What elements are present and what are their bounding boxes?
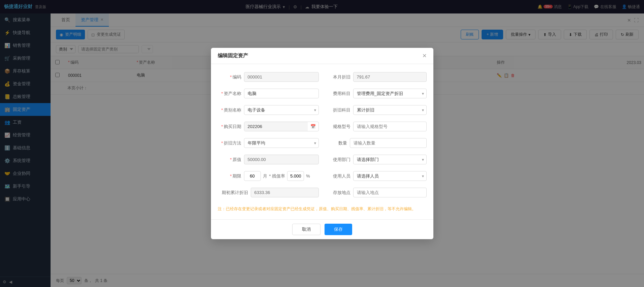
modal-note: 注：已经存在变更记录或者对应固定资产已经生成凭证，原值、购买日期、残值率、累计折… bbox=[218, 204, 427, 214]
modal-overlay[interactable]: 编辑固定资产 ✕ 编码 本月折旧 资产名称 bbox=[0, 0, 644, 287]
modal-close-btn[interactable]: ✕ bbox=[422, 53, 427, 59]
depreciation-subject-select[interactable]: 累计折旧 bbox=[353, 105, 427, 115]
form-row-asset-name: 资产名称 bbox=[218, 89, 319, 98]
purchase-date-label: 购买日期 bbox=[218, 124, 241, 130]
spec-model-input[interactable] bbox=[353, 122, 427, 131]
expense-subject-select[interactable]: 管理费用_固定资产折旧 bbox=[353, 89, 427, 98]
form-row-depreciation-subject: 折旧科目 累计折旧 bbox=[327, 105, 427, 115]
form-row-code: 编码 bbox=[218, 72, 319, 82]
storage-location-input[interactable] bbox=[353, 188, 427, 197]
form-row-use-person: 使用人员 请选择人员 bbox=[327, 171, 427, 181]
form-row-quantity: 数量 bbox=[327, 138, 427, 148]
quantity-label: 数量 bbox=[327, 140, 347, 146]
form-row-initial-accum: 期初累计折旧 bbox=[218, 188, 319, 197]
use-person-select[interactable]: 请选择人员 bbox=[353, 171, 427, 181]
use-department-label: 使用部门 bbox=[327, 157, 350, 163]
asset-name-label: 资产名称 bbox=[218, 91, 241, 97]
form-row-category: 类别名称 电子设备 bbox=[218, 105, 319, 115]
form-row-original-value: 原值 bbox=[218, 155, 319, 164]
expense-subject-select-wrapper: 管理费用_固定资产折旧 bbox=[353, 89, 427, 98]
form-grid: 编码 本月折旧 资产名称 费用科目 bbox=[218, 72, 427, 214]
modal-title: 编辑固定资产 bbox=[218, 53, 248, 59]
edit-asset-modal: 编辑固定资产 ✕ 编码 本月折旧 资产名称 bbox=[211, 48, 433, 239]
form-row-purchase-date: 购买日期 📅 bbox=[218, 122, 319, 131]
current-depreciation-label: 本月折旧 bbox=[327, 74, 350, 80]
modal-header: 编辑固定资产 ✕ bbox=[211, 48, 433, 64]
period-input[interactable] bbox=[244, 171, 261, 181]
period-unit: 月 bbox=[263, 173, 267, 179]
form-row-depreciation-method: 折旧方法 年限平均 bbox=[218, 138, 319, 148]
original-value-label: 原值 bbox=[218, 157, 241, 163]
use-person-wrapper: 请选择人员 bbox=[353, 171, 427, 181]
use-department-select[interactable]: 请选择部门 bbox=[353, 155, 427, 164]
quantity-input[interactable] bbox=[350, 138, 427, 148]
modal-body: 编码 本月折旧 资产名称 费用科目 bbox=[211, 64, 433, 219]
storage-location-label: 存放地点 bbox=[327, 190, 350, 196]
form-row-use-department: 使用部门 请选择部门 bbox=[327, 155, 427, 164]
use-person-label: 使用人员 bbox=[327, 173, 350, 179]
residual-rate-label: * 残值率 bbox=[269, 173, 285, 179]
purchase-date-wrapper: 📅 bbox=[244, 122, 319, 131]
form-row-storage-location: 存放地点 bbox=[327, 188, 427, 197]
initial-accum-label: 期初累计折旧 bbox=[218, 190, 248, 196]
expense-subject-label: 费用科目 bbox=[327, 91, 350, 97]
code-input[interactable] bbox=[244, 72, 319, 82]
period-row: 月 * 残值率 % bbox=[244, 171, 310, 181]
category-label: 类别名称 bbox=[218, 107, 241, 113]
use-department-wrapper: 请选择部门 bbox=[353, 155, 427, 164]
form-row-expense-subject: 费用科目 管理费用_固定资产折旧 bbox=[327, 89, 427, 98]
depreciation-method-wrapper: 年限平均 bbox=[244, 138, 319, 148]
residual-rate-input[interactable] bbox=[287, 171, 304, 181]
category-select-wrapper: 电子设备 bbox=[244, 105, 319, 115]
depreciation-method-select[interactable]: 年限平均 bbox=[244, 138, 319, 148]
period-label: 期限 bbox=[218, 173, 241, 179]
purchase-date-input[interactable] bbox=[244, 122, 308, 131]
category-select[interactable]: 电子设备 bbox=[244, 105, 319, 115]
current-depreciation-input bbox=[353, 72, 427, 82]
form-row-period: 期限 月 * 残值率 % bbox=[218, 171, 319, 181]
original-value-input bbox=[244, 155, 319, 164]
spec-model-label: 规格型号 bbox=[327, 124, 350, 130]
initial-accum-input bbox=[251, 188, 319, 197]
depreciation-subject-label: 折旧科目 bbox=[327, 107, 350, 113]
residual-rate-unit: % bbox=[306, 173, 310, 179]
asset-name-input[interactable] bbox=[244, 89, 319, 98]
save-button[interactable]: 保存 bbox=[325, 224, 352, 235]
modal-footer: 取消 保存 bbox=[211, 219, 433, 239]
form-row-current-depreciation: 本月折旧 bbox=[327, 72, 427, 82]
depreciation-method-label: 折旧方法 bbox=[218, 140, 241, 146]
cancel-button[interactable]: 取消 bbox=[292, 224, 320, 235]
calendar-icon[interactable]: 📅 bbox=[308, 124, 318, 129]
form-row-spec-model: 规格型号 bbox=[327, 122, 427, 131]
depreciation-subject-select-wrapper: 累计折旧 bbox=[353, 105, 427, 115]
code-label: 编码 bbox=[218, 74, 241, 80]
